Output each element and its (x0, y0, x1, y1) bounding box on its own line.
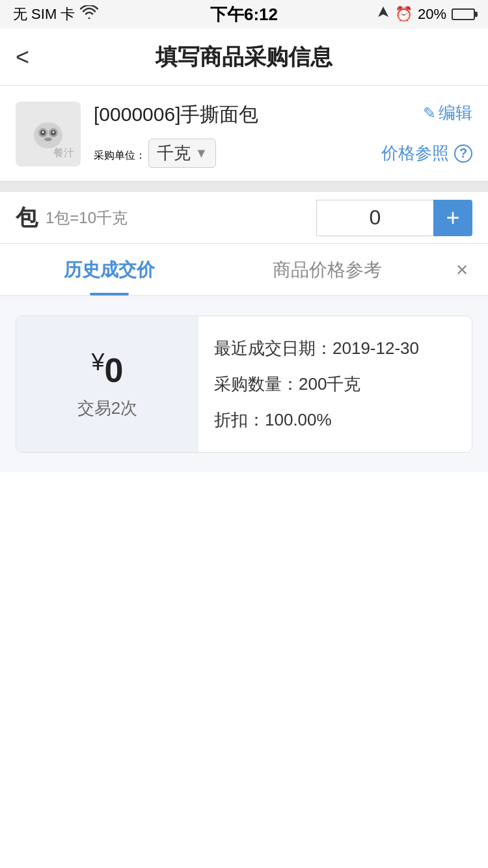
product-thumbnail: 餐汁 (16, 102, 81, 167)
quantity-input-group: + (316, 200, 472, 236)
svg-point-6 (53, 131, 55, 133)
tab-bar: 历史成交价 商品价格参考 × (0, 244, 488, 296)
product-name: [0000006]手撕面包 (94, 102, 258, 128)
edit-button[interactable]: ✎ 编辑 (423, 102, 472, 124)
product-card: 餐汁 [0000006]手撕面包 ✎ 编辑 采购单位： 千克 ▼ 价格参照 ? (0, 86, 488, 182)
page-body (0, 472, 488, 868)
price-symbol: ¥ (92, 349, 105, 375)
discount-row: 折扣：100.00% (214, 407, 456, 433)
unit-label: 采购单位： (94, 150, 146, 161)
unit-row: 采购单位： 千克 ▼ 价格参照 ? (94, 139, 472, 168)
tab-product-price-ref[interactable]: 商品价格参考 (218, 244, 436, 295)
quantity-label: 包 1包=10千克 (16, 203, 128, 233)
history-price: ¥0 (92, 349, 124, 390)
edit-icon: ✎ (423, 104, 436, 122)
history-card: ¥0 交易2次 最近成交日期：2019-12-30 采购数量：200千克 折扣：… (16, 316, 472, 453)
unit-dropdown-arrow: ▼ (195, 146, 208, 161)
purchase-qty-row: 采购数量：200千克 (214, 372, 456, 397)
page-title: 填写商品采购信息 (156, 42, 332, 72)
tab-close-button[interactable]: × (436, 244, 488, 295)
unit-select[interactable]: 千克 ▼ (148, 139, 216, 168)
wifi-icon (80, 5, 98, 23)
battery-icon (452, 8, 475, 20)
product-info: [0000006]手撕面包 ✎ 编辑 采购单位： 千克 ▼ 价格参照 ? (94, 102, 472, 168)
quantity-sub-label: 1包=10千克 (46, 208, 128, 228)
quantity-input[interactable] (316, 200, 433, 236)
product-brand: 餐汁 (53, 146, 74, 160)
price-ref-icon: ? (454, 144, 472, 163)
tab-history-price[interactable]: 历史成交价 (0, 244, 218, 295)
carrier-text: 无 SIM 卡 (13, 5, 75, 24)
unit-label-group: 采购单位： 千克 ▼ (94, 139, 216, 168)
history-card-detail-panel: 最近成交日期：2019-12-30 采购数量：200千克 折扣：100.00% (198, 316, 472, 452)
history-card-price-panel: ¥0 交易2次 (16, 316, 198, 452)
status-time: 下午6:12 (210, 3, 278, 26)
status-bar: 无 SIM 卡 下午6:12 ⏰ 20% (0, 0, 488, 29)
history-trades-count: 交易2次 (77, 397, 137, 420)
quantity-unit: 包 (16, 203, 38, 233)
recent-date-row: 最近成交日期：2019-12-30 (214, 336, 456, 361)
section-divider (0, 182, 488, 192)
price-ref-button[interactable]: 价格参照 ? (381, 142, 472, 165)
quantity-plus-button[interactable]: + (433, 200, 472, 236)
back-button[interactable]: < (16, 44, 29, 71)
location-icon (377, 5, 390, 23)
history-section: ¥0 交易2次 最近成交日期：2019-12-30 采购数量：200千克 折扣：… (0, 296, 488, 472)
svg-point-0 (34, 122, 62, 148)
product-header: [0000006]手撕面包 ✎ 编辑 (94, 102, 472, 128)
status-right: ⏰ 20% (377, 5, 475, 23)
nav-bar: < 填写商品采购信息 (0, 29, 488, 86)
battery-percent: 20% (418, 6, 446, 23)
quantity-row: 包 1包=10千克 + (0, 192, 488, 244)
svg-point-5 (42, 131, 44, 133)
alarm-icon: ⏰ (395, 6, 413, 23)
status-left: 无 SIM 卡 (13, 5, 98, 24)
